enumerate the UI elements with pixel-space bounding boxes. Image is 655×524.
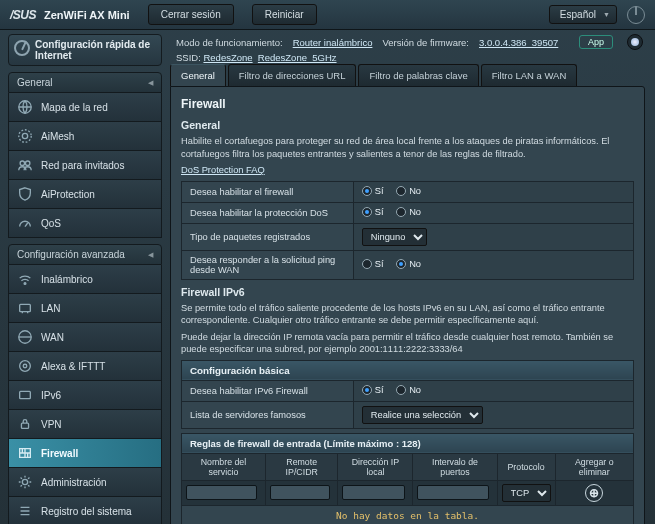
radio-enable-firewall-no[interactable]: No	[396, 186, 421, 196]
logout-button[interactable]: Cerrar sesión	[148, 4, 234, 25]
sidebar-item-aimesh[interactable]: AiMesh	[8, 122, 162, 151]
sidebar-section-advanced[interactable]: Configuración avanzada	[8, 244, 162, 265]
svg-point-9	[23, 364, 27, 368]
mode-value-link[interactable]: Router inalámbrico	[293, 37, 373, 48]
power-icon[interactable]	[627, 6, 645, 24]
svg-point-4	[25, 161, 29, 165]
svg-rect-10	[20, 391, 31, 398]
sidebar-item-label: IPv6	[41, 390, 61, 401]
status-indicator-icon[interactable]	[627, 34, 643, 50]
mesh-icon	[17, 128, 33, 144]
radio-enable-dos-yes[interactable]: Sí	[362, 207, 384, 217]
add-rule-button[interactable]: ⊕	[585, 484, 603, 502]
sidebar-item-wireless[interactable]: Inalámbrico	[8, 265, 162, 294]
radio-enable-ipv6-no[interactable]: No	[396, 385, 421, 395]
rules-table-header: Reglas de firewall de entrada (Límite má…	[182, 433, 634, 453]
sidebar-item-admin[interactable]: Administración	[8, 468, 162, 497]
tab-url-filter[interactable]: Filtro de direcciones URL	[228, 64, 357, 86]
dos-faq-link[interactable]: DoS Protection FAQ	[181, 165, 265, 175]
sidebar-item-label: AiMesh	[41, 131, 74, 142]
svg-rect-11	[21, 423, 28, 428]
users-icon	[17, 157, 33, 173]
col-port-range: Intervalo de puertos	[413, 453, 497, 480]
section-basic-config: Configuración básica	[182, 360, 634, 380]
sidebar-item-vpn[interactable]: VPN	[8, 410, 162, 439]
ssid-1-link[interactable]: RedesZone	[203, 52, 252, 63]
select-protocol[interactable]: TCP	[502, 484, 551, 502]
sidebar-item-wan[interactable]: WAN	[8, 323, 162, 352]
sidebar-item-label: Registro del sistema	[41, 506, 132, 517]
firewall-icon	[17, 445, 33, 461]
fw-value-link[interactable]: 3.0.0.4.386_39507	[479, 37, 558, 48]
sidebar-item-network-map[interactable]: Mapa de la red	[8, 93, 162, 122]
lock-icon	[17, 416, 33, 432]
sidebar-item-aiprotection[interactable]: AiProtection	[8, 180, 162, 209]
quick-setup-label: Configuración rápida de Internet	[35, 39, 150, 61]
sidebar-section-general[interactable]: General	[8, 72, 162, 93]
select-famous-servers[interactable]: Realice una selección	[362, 406, 483, 424]
svg-point-3	[20, 161, 24, 165]
tab-keyword-filter[interactable]: Filtro de palabras clave	[358, 64, 478, 86]
radio-enable-dos-no[interactable]: No	[396, 207, 421, 217]
svg-point-5	[24, 283, 26, 285]
tab-general[interactable]: General	[170, 64, 226, 86]
input-service-name[interactable]	[186, 485, 257, 500]
ssid-2-link[interactable]: RedesZone_5GHz	[258, 52, 337, 63]
input-remote-ip[interactable]	[270, 485, 330, 500]
select-logged-pkts[interactable]: Ninguno	[362, 228, 427, 246]
quick-setup-icon	[14, 40, 30, 56]
sidebar-item-label: Administración	[41, 477, 107, 488]
app-button[interactable]: App	[579, 35, 613, 49]
shield-icon	[17, 186, 33, 202]
sidebar-item-label: AiProtection	[41, 189, 95, 200]
svg-point-12	[22, 479, 27, 484]
label-enable-dos: Desea habilitar la protección DoS	[182, 202, 354, 223]
sidebar-item-label: VPN	[41, 419, 62, 430]
col-protocol: Protocolo	[497, 453, 555, 480]
section-general-heading: General	[181, 119, 634, 131]
wan-icon	[17, 329, 33, 345]
col-local-ip: Dirección IP local	[338, 453, 413, 480]
ipv6-desc-2: Puede dejar la dirección IP remota vacía…	[181, 331, 634, 356]
col-remote-ip: Remote IP/CIDR	[265, 453, 338, 480]
mode-label: Modo de funcionamiento:	[176, 37, 283, 48]
reboot-button[interactable]: Reiniciar	[252, 4, 317, 25]
sidebar-item-label: QoS	[41, 218, 61, 229]
gear-icon	[17, 474, 33, 490]
globe-icon	[17, 99, 33, 115]
quick-setup-button[interactable]: Configuración rápida de Internet	[8, 34, 162, 66]
general-description: Habilite el cortafuegos para proteger su…	[181, 135, 634, 160]
brand-logo: /SUS	[10, 8, 36, 22]
fw-label: Versión de firmware:	[382, 37, 469, 48]
sidebar-item-firewall[interactable]: Firewall	[8, 439, 162, 468]
sidebar-item-qos[interactable]: QoS	[8, 209, 162, 238]
sidebar-item-syslog[interactable]: Registro del sistema	[8, 497, 162, 524]
svg-point-8	[20, 361, 31, 372]
language-select[interactable]: Español	[549, 5, 617, 24]
sidebar-item-guest-network[interactable]: Red para invitados	[8, 151, 162, 180]
model-name: ZenWiFi AX Mini	[44, 9, 130, 21]
svg-rect-6	[20, 304, 31, 311]
radio-ping-wan-yes[interactable]: Sí	[362, 259, 384, 269]
svg-point-2	[19, 130, 31, 142]
input-port-range[interactable]	[417, 485, 488, 500]
input-local-ip[interactable]	[342, 485, 405, 500]
label-logged-pkts: Tipo de paquetes registrados	[182, 223, 354, 250]
page-title: Firewall	[181, 97, 634, 111]
radio-ping-wan-no[interactable]: No	[396, 259, 421, 269]
label-famous-servers: Lista de servidores famosos	[182, 401, 354, 428]
lan-icon	[17, 300, 33, 316]
voice-icon	[17, 358, 33, 374]
section-ipv6-heading: Firewall IPv6	[181, 286, 634, 298]
radio-enable-firewall-yes[interactable]: Sí	[362, 186, 384, 196]
svg-point-1	[22, 133, 27, 138]
sidebar-item-lan[interactable]: LAN	[8, 294, 162, 323]
sidebar-item-label: WAN	[41, 332, 64, 343]
sidebar-item-label: LAN	[41, 303, 60, 314]
sidebar-item-alexa-ifttt[interactable]: Alexa & IFTTT	[8, 352, 162, 381]
sidebar-item-ipv6[interactable]: IPv6	[8, 381, 162, 410]
col-add-delete: Agregar o eliminar	[555, 453, 633, 480]
radio-enable-ipv6-yes[interactable]: Sí	[362, 385, 384, 395]
tab-lan-wan-filter[interactable]: Filtro LAN a WAN	[481, 64, 578, 86]
sidebar-item-label: Red para invitados	[41, 160, 124, 171]
